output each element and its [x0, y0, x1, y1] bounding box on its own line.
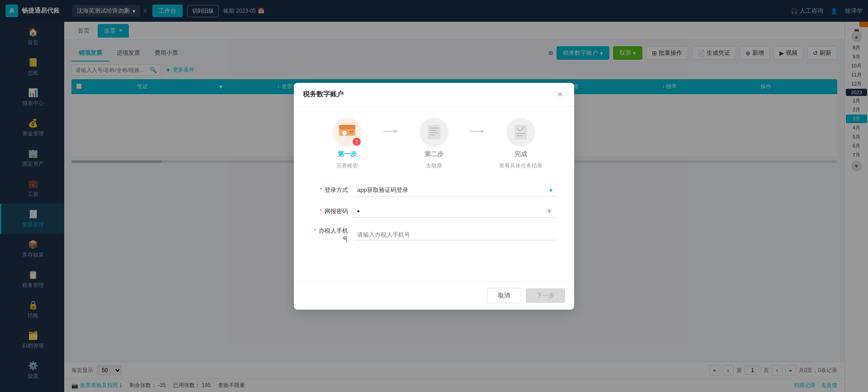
svg-rect-3: [349, 131, 354, 132]
invoice-svg: [424, 122, 444, 142]
step-2-circle: [420, 118, 448, 147]
step-3-desc: 查看具体任务结果: [499, 162, 542, 170]
password-input-wrap: 👁: [354, 206, 556, 218]
svg-rect-9: [429, 130, 437, 131]
checklist-svg: [511, 122, 531, 142]
step-1-circle: !: [333, 118, 362, 147]
login-method-select[interactable]: app获取验证码登录 ▾: [354, 184, 556, 196]
modal-body: ! 第一步 完善账密: [294, 107, 574, 281]
svg-rect-14: [514, 125, 527, 139]
phone-label: * 办税人手机号: [312, 227, 348, 243]
modal-close-button[interactable]: ✕: [554, 89, 565, 100]
svg-point-2: [342, 131, 347, 135]
cancel-button[interactable]: 取消: [487, 288, 521, 303]
step-3: 完成 查看具体任务结果: [486, 118, 556, 170]
next-button[interactable]: 下一步: [526, 288, 565, 303]
login-method-value: app获取验证码登录: [357, 186, 549, 194]
form-spacer: [312, 252, 556, 270]
svg-rect-17: [516, 133, 525, 134]
svg-rect-18: [516, 135, 523, 136]
svg-marker-6: [394, 129, 398, 133]
modal-overlay: 税务数字账户 ✕: [0, 0, 868, 392]
step-2: 第二步 去取票: [399, 118, 469, 170]
user-card-svg: [337, 120, 357, 140]
login-method-row: * 登录方式 app获取验证码登录 ▾: [312, 184, 556, 196]
step-1-label: 第一步: [338, 150, 357, 158]
phone-row: * 办税人手机号: [312, 227, 556, 243]
phone-input[interactable]: [354, 229, 556, 240]
step-1-desc: 完善账密: [336, 162, 358, 170]
svg-rect-11: [429, 134, 435, 135]
tax-account-modal: 税务数字账户 ✕: [294, 83, 574, 310]
step-1: ! 第一步 完善账密: [312, 118, 382, 170]
step-3-circle: [506, 118, 535, 147]
step-2-desc: 去取票: [426, 162, 442, 170]
select-dropdown-icon: ▾: [549, 186, 552, 194]
svg-rect-10: [429, 132, 438, 133]
step-2-label: 第二步: [425, 150, 443, 158]
login-method-label: * 登录方式: [312, 186, 348, 194]
svg-rect-4: [349, 133, 353, 134]
modal-footer: 取消 下一步: [294, 281, 574, 310]
modal-title: 税务数字账户: [303, 90, 344, 99]
step-3-label: 完成: [514, 150, 527, 158]
password-input[interactable]: [357, 207, 546, 215]
steps-row: ! 第一步 完善账密: [312, 118, 556, 170]
password-label: * 网报密码: [312, 207, 348, 215]
step-1-badge: !: [353, 138, 361, 146]
svg-rect-1: [339, 125, 355, 129]
svg-marker-13: [481, 129, 485, 133]
password-toggle-icon[interactable]: 👁: [546, 208, 552, 215]
password-row: * 网报密码 👁: [312, 206, 556, 218]
step-arrow-2: [469, 118, 486, 136]
svg-rect-8: [429, 128, 439, 129]
modal-header: 税务数字账户 ✕: [294, 83, 574, 107]
step-arrow-1: [382, 118, 399, 136]
